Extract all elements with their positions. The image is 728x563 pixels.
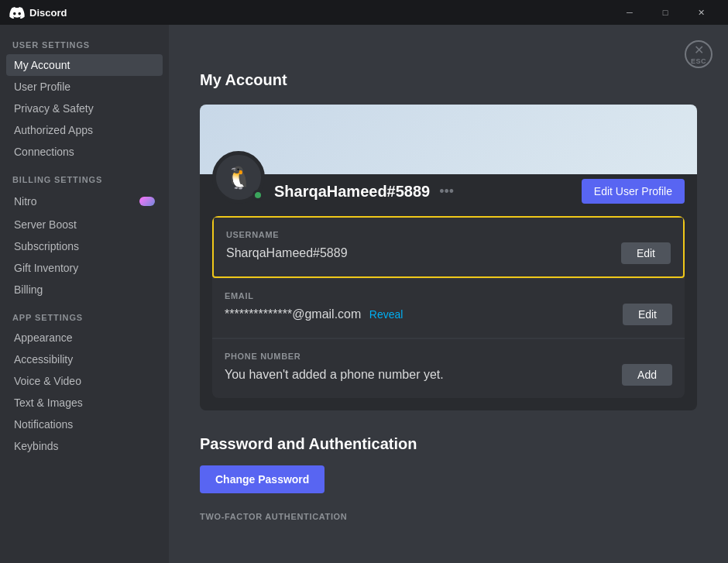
email-reveal-button[interactable]: Reveal (369, 308, 403, 321)
account-info-section: USERNAME SharqaHameed#5889 Edit (212, 216, 685, 398)
username-field-row: SharqaHameed#5889 Edit (226, 242, 671, 264)
minimize-button[interactable]: ─ (612, 0, 647, 25)
phone-value: You haven't added a phone number yet. (225, 368, 444, 382)
avatar-wrapper: 🐧 (212, 151, 265, 204)
phone-field-label: PHONE NUMBER (225, 352, 672, 361)
two-factor-label: TWO-FACTOR AUTHENTICATION (200, 512, 697, 521)
nitro-icon (139, 194, 155, 209)
user-settings-label: USER SETTINGS (6, 40, 163, 50)
sidebar-item-server-boost[interactable]: Server Boost (6, 214, 163, 235)
sidebar-item-text-images[interactable]: Text & Images (6, 392, 163, 414)
username-edit-button[interactable]: Edit (621, 242, 671, 264)
window-close-button[interactable]: ✕ (683, 0, 719, 25)
sidebar-item-notifications[interactable]: Notifications (6, 414, 163, 435)
sidebar-item-billing[interactable]: Billing (6, 279, 163, 300)
sidebar-item-gift-inventory[interactable]: Gift Inventory (6, 257, 163, 279)
sidebar-item-appearance[interactable]: Appearance (6, 327, 163, 348)
email-field-label: EMAIL (225, 291, 672, 300)
app-title: Discord (29, 7, 67, 19)
email-value: **************@gmail.com (225, 307, 361, 321)
profile-info-row: 🐧 SharqaHameed#5889 ••• Edit User Profil… (200, 151, 697, 216)
online-status-indicator (252, 190, 263, 201)
sidebar-item-subscriptions[interactable]: Subscriptions (6, 235, 163, 257)
titlebar-left: Discord (9, 7, 67, 19)
close-settings-button[interactable]: ✕ ESC (685, 40, 713, 68)
sidebar-item-voice-video[interactable]: Voice & Video (6, 370, 163, 392)
username-field-wrapper: USERNAME SharqaHameed#5889 Edit (212, 216, 685, 278)
sidebar-item-authorized-apps[interactable]: Authorized Apps (6, 119, 163, 141)
close-x-icon: ✕ (694, 44, 704, 57)
billing-settings-label: BILLING SETTINGS (6, 175, 163, 184)
email-value-wrapper: **************@gmail.com Reveal (225, 307, 403, 321)
app-settings-label: APP SETTINGS (6, 313, 163, 322)
avatar-emoji: 🐧 (225, 165, 252, 191)
main-content: ✕ ESC My Account 🐧 SharqaHameed#5889 •••… (169, 25, 728, 563)
sidebar-item-my-account[interactable]: My Account (6, 54, 163, 76)
sidebar-item-nitro[interactable]: Nitro (6, 189, 163, 214)
username-field: USERNAME SharqaHameed#5889 Edit (212, 216, 685, 278)
username-field-label: USERNAME (226, 230, 671, 239)
sidebar-item-privacy-safety[interactable]: Privacy & Safety (6, 98, 163, 119)
titlebar: Discord ─ □ ✕ (0, 0, 728, 25)
display-username: SharqaHameed#5889 (274, 183, 430, 201)
email-field: EMAIL **************@gmail.com Reveal Ed… (212, 278, 685, 338)
phone-field-row: You haven't added a phone number yet. Ad… (225, 364, 672, 386)
password-section-heading: Password and Authentication (200, 435, 697, 453)
sidebar-item-accessibility[interactable]: Accessibility (6, 348, 163, 370)
email-field-row: **************@gmail.com Reveal Edit (225, 304, 672, 325)
more-options-button[interactable]: ••• (436, 182, 457, 201)
change-password-button[interactable]: Change Password (200, 465, 325, 493)
phone-add-button[interactable]: Add (622, 364, 672, 386)
sidebar: USER SETTINGS My Account User Profile Pr… (0, 25, 169, 563)
email-edit-button[interactable]: Edit (623, 304, 672, 325)
username-value: SharqaHameed#5889 (226, 246, 348, 260)
phone-field: PHONE NUMBER You haven't added a phone n… (212, 338, 685, 398)
close-esc-label: ESC (691, 57, 706, 65)
discord-logo-icon (9, 7, 25, 19)
sidebar-item-user-profile[interactable]: User Profile (6, 76, 163, 98)
sidebar-item-keybinds[interactable]: Keybinds (6, 435, 163, 457)
page-title: My Account (200, 71, 697, 89)
edit-user-profile-button[interactable]: Edit User Profile (582, 179, 685, 204)
profile-name-area: SharqaHameed#5889 ••• (274, 154, 572, 201)
maximize-button[interactable]: □ (647, 0, 683, 25)
app-body: USER SETTINGS My Account User Profile Pr… (0, 25, 728, 563)
profile-card: 🐧 SharqaHameed#5889 ••• Edit User Profil… (200, 105, 697, 410)
window-controls[interactable]: ─ □ ✕ (612, 0, 719, 25)
sidebar-item-connections[interactable]: Connections (6, 141, 163, 163)
